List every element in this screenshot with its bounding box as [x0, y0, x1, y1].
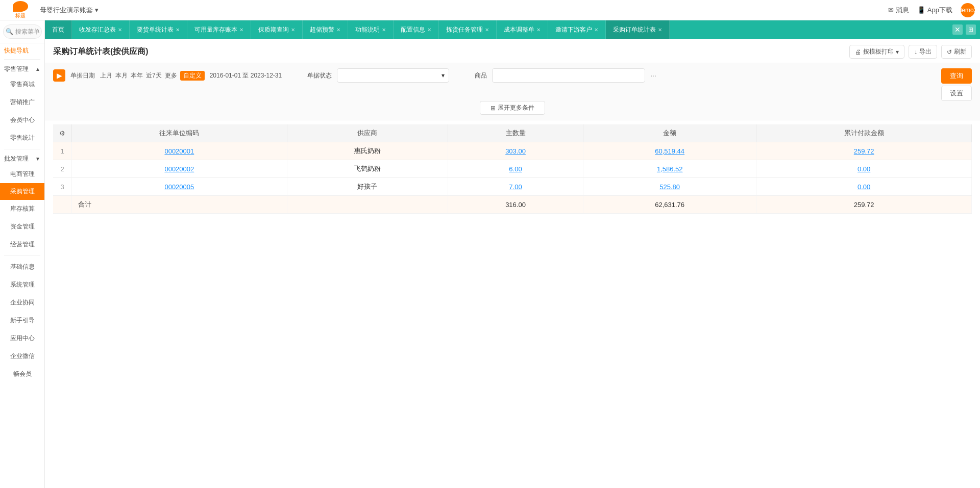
nav-item-function-desc[interactable]: 功能说明 ✕: [348, 20, 394, 39]
nav-close-pick-task-icon[interactable]: ✕: [485, 27, 489, 33]
sidebar-item-basic[interactable]: 基础信息: [2, 259, 42, 275]
sidebar-item-newbie[interactable]: 新手引导: [2, 312, 42, 329]
footer-empty-2: [287, 196, 448, 214]
table-row: 1 00020001 惠氏奶粉 303.00 60,519.44 259.72: [53, 142, 972, 160]
nav-item-inventory-book[interactable]: 可用量库存账本 ✕: [187, 20, 251, 39]
filter-toggle-button[interactable]: ▶: [53, 69, 65, 82]
sidebar-item-inventory[interactable]: 库存核算: [2, 200, 42, 217]
sidebar-item-system[interactable]: 系统管理: [2, 276, 42, 293]
goods-input[interactable]: [492, 68, 645, 83]
row-code-2[interactable]: 00020005: [72, 178, 287, 196]
nav-item-overstock-alert[interactable]: 超储预警 ✕: [303, 20, 348, 39]
workspace-selector[interactable]: 母婴行业演示账套 ▾: [40, 6, 99, 15]
footer-paid: 259.72: [756, 196, 972, 214]
expand-more-button[interactable]: ⊞ 展开更多条件: [480, 101, 545, 115]
table-header-settings: ⚙: [53, 124, 72, 142]
sidebar-item-finance[interactable]: 资金管理: [2, 218, 42, 235]
nav-item-goods-stats[interactable]: 要货单统计表 ✕: [130, 20, 187, 39]
sidebar-item-marketing[interactable]: 营销推广: [2, 94, 42, 111]
sidebar-group-wholesale-label: 批发管理: [4, 155, 29, 163]
row-amount-1[interactable]: 1,586.52: [583, 160, 756, 178]
nav-item-cost-adjust[interactable]: 成本调整单 ✕: [497, 20, 548, 39]
avatar[interactable]: demo2: [961, 3, 975, 17]
sidebar-item-retail-stats[interactable]: 零售统计: [2, 130, 42, 146]
filter-section: ▶ 单据日期 上月 本月 本年 近7天 更多 自定义 20: [45, 63, 980, 120]
query-button[interactable]: 查询: [941, 68, 972, 84]
nav-bar: 首页 收发存汇总表 ✕ 要货单统计表 ✕ 可用量库存账本 ✕ 保质期查询 ✕ 超…: [45, 20, 980, 39]
sidebar-item-member[interactable]: 会员中心: [2, 112, 42, 129]
date-option-this-month[interactable]: 本月: [115, 71, 128, 80]
page-content: 采购订单统计表(按供应商) 🖨 按模板打印 ▾ ↓ 导出 ↺ 刷新: [45, 39, 980, 488]
date-option-more[interactable]: 更多: [165, 71, 177, 80]
table-footer: 合计 316.00 62,631.76 259.72: [53, 196, 972, 214]
search-menu-button[interactable]: 🔍 搜索菜单: [3, 24, 42, 39]
refresh-button[interactable]: ↺ 刷新: [941, 45, 972, 59]
settings-col-icon[interactable]: ⚙: [59, 130, 65, 137]
date-option-custom[interactable]: 自定义: [180, 71, 205, 81]
date-option-this-year[interactable]: 本年: [131, 71, 143, 80]
sidebar-item-wechat[interactable]: 企业微信: [2, 348, 42, 365]
sidebar-item-retail-shop[interactable]: 零售商城: [2, 76, 42, 93]
row-paid-0[interactable]: 259.72: [756, 142, 972, 160]
status-select[interactable]: ▾: [337, 68, 449, 83]
row-code-0[interactable]: 00020001: [72, 142, 287, 160]
table-header: ⚙ 往来单位编码 供应商 主数量 金额 累计付款金额: [53, 124, 972, 142]
row-amount-0[interactable]: 60,519.44: [583, 142, 756, 160]
quick-nav-label[interactable]: 快捷导航: [0, 43, 44, 57]
row-paid-2[interactable]: 0.00: [756, 178, 972, 196]
nav-close-receive-summary-icon[interactable]: ✕: [118, 27, 122, 33]
nav-close-expiry-query-icon[interactable]: ✕: [291, 27, 295, 33]
nav-item-purchase-stats[interactable]: 采购订单统计表 ✕: [606, 20, 670, 39]
template-print-button[interactable]: 🖨 按模板打印 ▾: [849, 45, 904, 59]
row-code-1[interactable]: 00020002: [72, 160, 287, 178]
nav-close-config-info-icon[interactable]: ✕: [427, 27, 431, 33]
sidebar-item-appstore[interactable]: 应用中心: [2, 330, 42, 347]
date-options: 上月 本月 本年 近7天 更多 自定义: [100, 71, 205, 81]
nav-close-invite-downstream-icon[interactable]: ✕: [594, 27, 598, 33]
footer-qty: 316.00: [448, 196, 583, 214]
sidebar: 🔍 搜索菜单 快捷导航 零售管理 ▲ 零售商城 营销推广 会员中心 零售统计 批…: [0, 20, 45, 488]
row-paid-1[interactable]: 0.00: [756, 160, 972, 178]
row-qty-0[interactable]: 303.00: [448, 142, 583, 160]
search-icon: 🔍: [6, 28, 13, 35]
sidebar-item-ecommerce[interactable]: 电商管理: [2, 166, 42, 183]
nav-item-pick-task[interactable]: 拣货任务管理 ✕: [439, 20, 497, 39]
message-button[interactable]: ✉ 消息: [888, 6, 909, 15]
row-amount-2[interactable]: 525.80: [583, 178, 756, 196]
logo-text: 标题: [15, 12, 26, 19]
nav-item-invite-downstream[interactable]: 邀请下游客户 ✕: [548, 20, 606, 39]
row-seq-1: 2: [53, 160, 72, 178]
nav-close-goods-stats-icon[interactable]: ✕: [176, 27, 180, 33]
nav-item-expiry-query[interactable]: 保质期查询 ✕: [251, 20, 303, 39]
sidebar-divider-1: [4, 59, 40, 60]
table-row: 3 00020005 好孩子 7.00 525.80 0.00: [53, 178, 972, 196]
message-icon: ✉: [888, 6, 894, 14]
app-download-button[interactable]: 📱 App下载: [917, 6, 952, 15]
nav-item-receive-summary[interactable]: 收发存汇总表 ✕: [72, 20, 130, 39]
nav-close-overstock-alert-icon[interactable]: ✕: [336, 27, 340, 33]
sidebar-item-purchase[interactable]: 采购管理: [0, 183, 44, 200]
sidebar-item-enterprise[interactable]: 企业协同: [2, 294, 42, 311]
top-bar-right: ✉ 消息 📱 App下载 demo2: [888, 3, 975, 17]
sidebar-group-wholesale[interactable]: 批发管理 ▼: [0, 151, 44, 165]
sidebar-item-vip[interactable]: 畅会员: [2, 366, 42, 382]
nav-close-all-button[interactable]: ✕: [952, 24, 963, 35]
nav-close-purchase-stats-icon[interactable]: ✕: [658, 27, 662, 33]
date-option-7days[interactable]: 近7天: [146, 71, 162, 80]
export-button[interactable]: ↓ 导出: [909, 45, 937, 59]
date-option-last-month[interactable]: 上月: [100, 71, 112, 80]
row-qty-2[interactable]: 7.00: [448, 178, 583, 196]
footer-empty-1: [53, 196, 72, 214]
row-qty-1[interactable]: 6.00: [448, 160, 583, 178]
nav-close-inventory-book-icon[interactable]: ✕: [239, 27, 243, 33]
sidebar-group-retail[interactable]: 零售管理 ▲: [0, 62, 44, 75]
settings-button[interactable]: 设置: [941, 86, 972, 101]
nav-item-home[interactable]: 首页: [45, 20, 72, 39]
nav-close-function-desc-icon[interactable]: ✕: [382, 27, 386, 33]
nav-maximize-button[interactable]: ⊞: [966, 24, 976, 35]
goods-more-icon[interactable]: ···: [650, 71, 656, 80]
nav-label-pick-task: 拣货任务管理: [446, 25, 483, 34]
sidebar-item-operations[interactable]: 经营管理: [2, 236, 42, 253]
nav-item-config-info[interactable]: 配置信息 ✕: [394, 20, 439, 39]
nav-close-cost-adjust-icon[interactable]: ✕: [536, 27, 541, 33]
